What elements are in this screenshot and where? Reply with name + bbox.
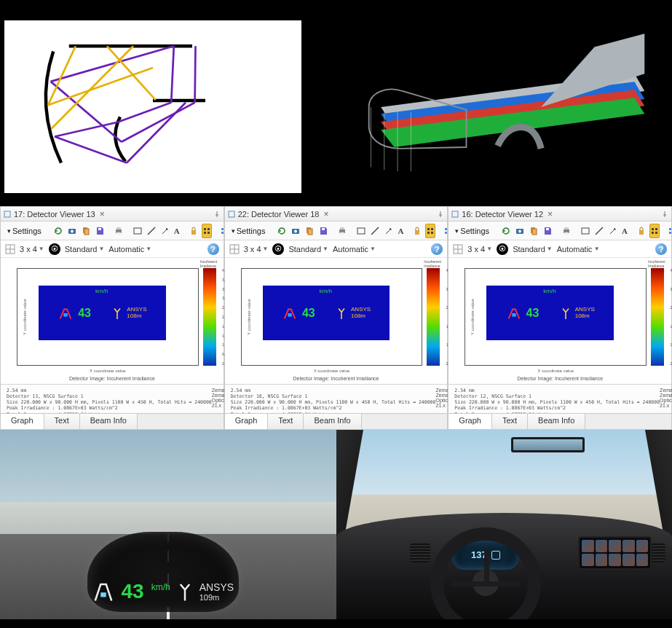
svg-rect-85 xyxy=(669,232,671,234)
rect-tool-icon[interactable] xyxy=(355,224,367,238)
titlebar[interactable]: 22: Detector Viewer 18 × xyxy=(225,207,448,221)
svg-rect-23 xyxy=(84,229,89,235)
hud-unit: km/h xyxy=(95,288,108,294)
svg-rect-26 xyxy=(116,227,121,229)
line-tool-icon[interactable] xyxy=(369,224,381,238)
text-tool-icon[interactable]: A xyxy=(621,224,628,238)
layout-grid-icon[interactable] xyxy=(5,244,15,254)
mode-dropdown[interactable]: Standard▼ xyxy=(513,245,553,254)
copy-icon[interactable] xyxy=(528,224,539,238)
detector-viewer-0: 17: Detector Viewer 13 × ▾ Settings A xyxy=(0,206,224,430)
print-icon[interactable] xyxy=(336,224,348,238)
titlebar[interactable]: 17: Detector Viewer 13 × xyxy=(1,207,224,221)
arrow-tool-icon[interactable] xyxy=(607,224,619,238)
save-icon[interactable] xyxy=(542,224,553,238)
tab-text[interactable]: Text xyxy=(268,414,304,429)
colorbar-title: Incoherent Irradiance xyxy=(424,259,441,268)
tab-beam-info[interactable]: Beam Info xyxy=(528,414,585,429)
grid-size-dropdown[interactable]: 3 x 4▼ xyxy=(467,245,492,254)
mode-dropdown[interactable]: Standard▼ xyxy=(288,245,328,254)
copy-icon[interactable] xyxy=(80,224,92,238)
snapshot-icon[interactable] xyxy=(290,224,301,238)
toolbar: ▾ Settings A xyxy=(1,221,224,240)
grid-size-dropdown[interactable]: 3 x 4▼ xyxy=(20,245,44,254)
svg-rect-37 xyxy=(221,232,224,234)
auto-dropdown[interactable]: Automatic▼ xyxy=(108,245,151,254)
lane-car-icon xyxy=(282,305,298,321)
lane-car-icon xyxy=(58,305,74,321)
svg-rect-59 xyxy=(431,232,433,234)
arrow-tool-icon[interactable] xyxy=(383,224,395,238)
tab-graph[interactable]: Graph xyxy=(448,414,492,429)
settings-label: Settings xyxy=(460,227,489,235)
settings-button[interactable]: ▾Settings xyxy=(451,224,493,238)
detector-image: 43 km/h ANSYS108m xyxy=(263,286,390,340)
text-tool-icon[interactable]: A xyxy=(397,224,404,238)
lock-icon[interactable] xyxy=(636,224,647,238)
settings-button[interactable]: ▾ Settings xyxy=(4,224,45,238)
tab-graph[interactable]: Graph xyxy=(225,414,269,429)
pin-icon[interactable] xyxy=(437,211,444,218)
refresh-icon[interactable] xyxy=(500,224,512,238)
colorbar: Incoherent Irradiance 4.2E+0033.4E+0032.… xyxy=(651,268,664,366)
snapshot-icon[interactable] xyxy=(514,224,526,238)
settings-button[interactable]: ▾Settings xyxy=(228,224,269,238)
bottom-tabs: Graph Text Beam Info xyxy=(448,413,671,429)
highlight-icon[interactable] xyxy=(425,224,435,238)
line-tool-icon[interactable] xyxy=(593,224,605,238)
layout-grid-icon[interactable] xyxy=(229,244,240,254)
print-icon[interactable] xyxy=(113,224,124,238)
arrow-tool-icon[interactable] xyxy=(159,224,171,238)
target-icon[interactable]: ⦿ xyxy=(49,243,60,255)
titlebar[interactable]: 16: Detector Viewer 12 × xyxy=(448,207,671,221)
auto-dropdown[interactable]: Automatic▼ xyxy=(557,245,600,254)
tab-beam-info[interactable]: Beam Info xyxy=(304,414,361,429)
lock-icon[interactable] xyxy=(411,224,423,238)
rect-tool-icon[interactable] xyxy=(580,224,591,238)
rows-icon[interactable] xyxy=(443,224,447,238)
x-axis-label: X coordinate value xyxy=(314,369,350,373)
close-tab-icon[interactable]: × xyxy=(546,209,554,219)
grid-size-dropdown[interactable]: 3 x 4▼ xyxy=(244,245,269,254)
copy-icon[interactable] xyxy=(304,224,315,238)
auto-dropdown[interactable]: Automatic▼ xyxy=(333,245,376,254)
save-icon[interactable] xyxy=(94,224,106,238)
help-icon[interactable]: ? xyxy=(207,243,219,255)
tab-text[interactable]: Text xyxy=(492,414,528,429)
text-tool-icon[interactable]: A xyxy=(173,224,181,238)
target-icon[interactable]: ⦿ xyxy=(272,243,284,255)
layout-grid-icon[interactable] xyxy=(453,244,463,254)
close-tab-icon[interactable]: × xyxy=(98,209,106,219)
pin-icon[interactable] xyxy=(661,211,668,218)
rows-icon[interactable] xyxy=(219,224,224,238)
refresh-icon[interactable] xyxy=(276,224,288,238)
rect-tool-icon[interactable] xyxy=(132,224,143,238)
tab-text[interactable]: Text xyxy=(44,414,80,429)
target-icon[interactable]: ⦿ xyxy=(497,243,508,255)
plot-area[interactable]: Y coordinate value X coordinate value 43… xyxy=(225,258,448,374)
svg-rect-66 xyxy=(288,313,292,317)
window-title: 16: Detector Viewer 12 xyxy=(462,210,543,219)
rows-icon[interactable] xyxy=(667,224,671,238)
refresh-icon[interactable] xyxy=(52,224,64,238)
snapshot-icon[interactable] xyxy=(66,224,78,238)
print-icon[interactable] xyxy=(561,224,572,238)
close-tab-icon[interactable]: × xyxy=(322,209,330,219)
help-icon[interactable]: ? xyxy=(431,243,443,255)
plot-area[interactable]: Y coordinate value X coordinate value 43… xyxy=(448,258,671,374)
save-icon[interactable] xyxy=(317,224,329,238)
ribbon: 3 x 4▼ ⦿ Standard▼ Automatic▼ ? xyxy=(448,240,671,258)
plot-area[interactable]: Y coordinate value X coordinate value 43… xyxy=(1,258,224,374)
tab-beam-info[interactable]: Beam Info xyxy=(80,414,138,429)
colorbar-title: Incoherent Irradiance xyxy=(648,259,665,268)
help-icon[interactable]: ? xyxy=(655,243,667,255)
highlight-icon[interactable] xyxy=(202,224,212,238)
pin-icon[interactable] xyxy=(213,211,221,218)
mode-dropdown[interactable]: Standard▼ xyxy=(65,245,105,254)
tab-graph[interactable]: Graph xyxy=(1,414,44,429)
plot-caption: Detector Image: Incoherent Irradiance xyxy=(1,374,224,384)
lock-icon[interactable] xyxy=(188,224,199,238)
svg-line-30 xyxy=(162,229,167,234)
line-tool-icon[interactable] xyxy=(146,224,157,238)
highlight-icon[interactable] xyxy=(649,224,660,238)
